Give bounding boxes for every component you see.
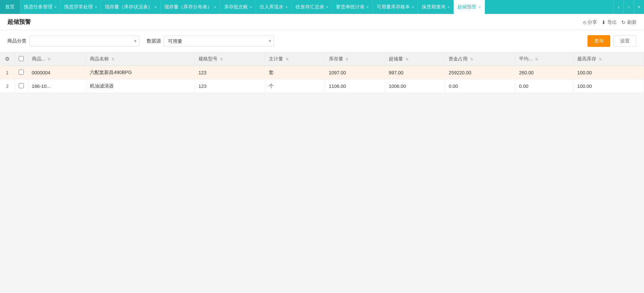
cell-avg: 260.00: [515, 66, 574, 79]
datasource-filter-group: 数据源 可用量 库存量 ▾: [147, 36, 274, 47]
close-tab-6[interactable]: ×: [285, 5, 288, 9]
sort-icon-spec: ⇅: [220, 57, 223, 61]
tab-inout-flow[interactable]: 出入库流水 ×: [256, 0, 292, 14]
category-select-wrapper: ▾: [29, 36, 139, 47]
close-tab-10[interactable]: ×: [447, 5, 450, 9]
tab-receipt-summary[interactable]: 收发存汇总表 ×: [292, 0, 332, 14]
row-checkbox[interactable]: [19, 70, 24, 75]
category-label: 商品分类: [7, 38, 26, 44]
close-tab-2[interactable]: ×: [95, 5, 97, 9]
nav-arrows: ‹ › ×: [613, 0, 644, 14]
cell-max-stock: 100.00: [574, 79, 644, 93]
sort-icon-stock: ⇅: [345, 57, 348, 61]
sort-icon-avg: ⇅: [535, 57, 538, 61]
tab-available-ledger[interactable]: 可用量库存账本 ×: [373, 0, 418, 14]
nav-close-arrow[interactable]: ×: [634, 0, 644, 14]
tab-order-stats[interactable]: 要货单统计表 ×: [332, 0, 373, 14]
tab-exception-processing[interactable]: 拣货异常处理 ×: [61, 0, 101, 14]
row-number: 1: [0, 66, 15, 79]
sort-icon-capital: ⇅: [470, 57, 473, 61]
page-title: 超储预警: [7, 18, 31, 26]
table-row: 2 186-10... 机油滤清器 123 个 1106.00 1006.00 …: [0, 79, 644, 93]
tab-overstock-warning[interactable]: 超储预警 ×: [454, 0, 484, 14]
cell-spec: 123: [195, 66, 265, 79]
close-tab-11[interactable]: ×: [478, 5, 480, 9]
tab-inventory-distribution[interactable]: 现存量（库存分布表） ×: [161, 0, 220, 14]
close-tab-9[interactable]: ×: [412, 5, 414, 9]
nav-next-arrow[interactable]: ›: [623, 0, 634, 14]
query-button[interactable]: 查询: [588, 35, 610, 47]
datasource-select-wrapper: 可用量 库存量 ▾: [164, 36, 274, 47]
top-navigation: 首页 拣货任务管理 × 拣货异常处理 × 现存量（库存状况表） × 现存量（库存…: [0, 0, 644, 14]
export-button[interactable]: ⬇ 导出: [601, 19, 617, 26]
sort-icon-max-stock: ⇅: [599, 57, 602, 61]
category-filter-group: 商品分类 ▾: [7, 36, 139, 47]
datasource-label: 数据源: [147, 38, 161, 44]
row-number: 2: [0, 79, 15, 93]
col-header-avg[interactable]: 平均... ⇅: [515, 52, 574, 66]
close-tab-7[interactable]: ×: [326, 5, 328, 9]
cell-spec: 123: [195, 79, 265, 93]
filter-buttons: 查询 设置: [588, 35, 637, 47]
close-tab-5[interactable]: ×: [250, 5, 252, 9]
table-container: ⚙ 商品... ⇅ 商品名称 ⇅ 规格型号 ⇅ 主计量: [0, 52, 644, 93]
col-header-max-stock[interactable]: 最高库存 ⇅: [574, 52, 644, 66]
cell-unit: 个: [265, 79, 325, 93]
tab-batch-account[interactable]: 库存批次账 ×: [220, 0, 256, 14]
filter-area: 商品分类 ▾ 数据源 可用量 库存量 ▾ 查询 设置: [0, 30, 644, 52]
category-select[interactable]: [29, 36, 139, 47]
col-header-overstock[interactable]: 超储量 ⇅: [385, 52, 444, 66]
row-checkbox[interactable]: [19, 83, 24, 88]
tab-quality-query[interactable]: 保质期查询 ×: [418, 0, 454, 14]
cell-overstock: 1006.00: [385, 79, 444, 93]
header-actions: ⎋ 分享 ⬇ 导出 ↻ 刷新: [583, 19, 637, 26]
sort-icon-product-name: ⇅: [111, 57, 114, 61]
cell-overstock: 997.00: [385, 66, 444, 79]
tab-task-management[interactable]: 拣货任务管理 ×: [20, 0, 61, 14]
sort-icon-unit: ⇅: [286, 57, 289, 61]
cell-product-name: 机油滤清器: [86, 79, 195, 93]
col-header-capital[interactable]: 资金占用 ⇅: [445, 52, 515, 66]
nav-prev-arrow[interactable]: ‹: [613, 0, 623, 14]
cell-product-code: 0000004: [28, 66, 86, 79]
table-header-row: ⚙ 商品... ⇅ 商品名称 ⇅ 规格型号 ⇅ 主计量: [0, 52, 644, 66]
col-header-unit[interactable]: 主计量 ⇅: [265, 52, 325, 66]
row-checkbox-cell: [15, 79, 28, 93]
sort-icon-product-code: ⇅: [48, 57, 51, 61]
cell-capital: 0.00: [445, 79, 515, 93]
tab-inventory-status[interactable]: 现存量（库存状况表） ×: [101, 0, 161, 14]
cell-stock: 1106.00: [325, 79, 385, 93]
col-header-settings: ⚙: [0, 52, 15, 66]
col-header-spec[interactable]: 规格型号 ⇅: [195, 52, 265, 66]
settings-button[interactable]: 设置: [613, 35, 637, 47]
table-row: 1 0000004 六配套新昌490BPG 123 套 1097.00 997.…: [0, 66, 644, 79]
sort-icon-overstock: ⇅: [406, 57, 409, 61]
col-header-checkbox: [15, 52, 28, 66]
refresh-button[interactable]: ↻ 刷新: [621, 19, 637, 26]
page-header: 超储预警 ⎋ 分享 ⬇ 导出 ↻ 刷新: [0, 14, 644, 30]
col-header-product-name[interactable]: 商品名称 ⇅: [86, 52, 195, 66]
refresh-icon: ↻: [621, 19, 626, 25]
cell-capital: 259220.00: [445, 66, 515, 79]
cell-avg: 0.00: [515, 79, 574, 93]
close-tab-1[interactable]: ×: [54, 5, 56, 9]
share-button[interactable]: ⎋ 分享: [583, 19, 597, 26]
datasource-select[interactable]: 可用量 库存量: [164, 36, 274, 47]
share-icon: ⎋: [583, 19, 586, 25]
select-all-checkbox[interactable]: [19, 56, 24, 61]
cell-max-stock: 100.00: [574, 66, 644, 79]
col-header-stock[interactable]: 库存量 ⇅: [325, 52, 385, 66]
cell-product-name: 六配套新昌490BPG: [86, 66, 195, 79]
close-tab-8[interactable]: ×: [366, 5, 369, 9]
cell-stock: 1097.00: [325, 66, 385, 79]
cell-product-code: 186-10...: [28, 79, 86, 93]
row-checkbox-cell: [15, 66, 28, 79]
gear-icon[interactable]: ⚙: [5, 56, 10, 62]
close-tab-3[interactable]: ×: [154, 5, 157, 9]
cell-unit: 套: [265, 66, 325, 79]
col-header-product-code[interactable]: 商品... ⇅: [28, 52, 86, 66]
data-table: ⚙ 商品... ⇅ 商品名称 ⇅ 规格型号 ⇅ 主计量: [0, 52, 644, 93]
export-icon: ⬇: [601, 19, 606, 25]
close-tab-4[interactable]: ×: [214, 5, 216, 9]
nav-home[interactable]: 首页: [0, 0, 20, 14]
